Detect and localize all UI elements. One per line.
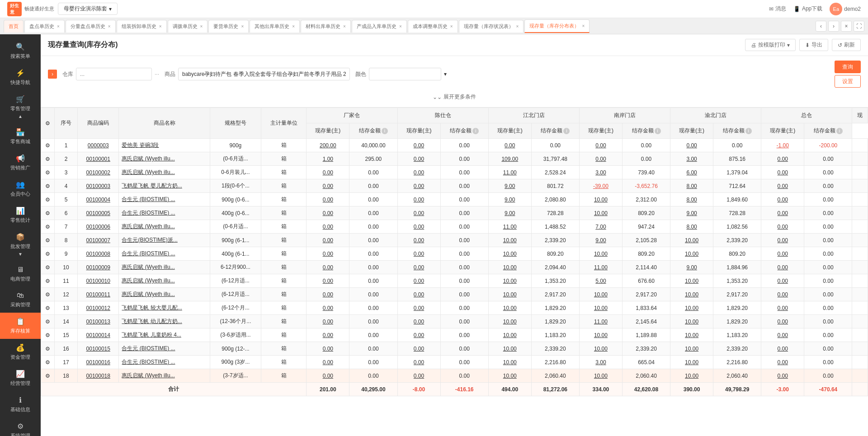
row-name[interactable]: 飞鹤星飞帆 较大婴儿配... [119, 301, 210, 315]
sidebar-item-quick-nav[interactable]: ⚡ 快捷导航 [0, 64, 41, 90]
tab-branch-inventory[interactable]: 分量盘点单历史 × [66, 20, 116, 33]
row-total-stock[interactable]: 0.00 [761, 152, 804, 166]
filter-toggle-btn[interactable]: › [48, 70, 57, 79]
row-jiangbei-stock[interactable]: 10.00 [488, 274, 531, 288]
product-input[interactable] [178, 68, 350, 80]
close-icon[interactable]: × [241, 24, 244, 29]
row-code[interactable]: 00100006 [77, 220, 118, 234]
row-code[interactable]: 00100003 [77, 179, 118, 193]
warehouse-select-btn[interactable]: ··· [155, 71, 159, 77]
sidebar-item-retail-stats[interactable]: 📊 零售统计 [0, 202, 41, 228]
row-yubeimen-stock[interactable]: 9.00 [670, 206, 713, 220]
row-total-stock[interactable]: 0.00 [761, 356, 804, 369]
row-name[interactable]: 合生元 (BIOSTIME) ... [119, 356, 210, 369]
row-factory-stock[interactable]: 0.00 [307, 315, 349, 328]
message-btn[interactable]: ✉ 消息 [769, 5, 786, 13]
row-nanan-stock[interactable]: 5.00 [579, 274, 622, 288]
row-code[interactable]: 00100005 [77, 206, 118, 220]
info-icon[interactable]: i [745, 128, 752, 134]
row-factory-stock[interactable]: 0.00 [307, 261, 349, 274]
row-factory-stock[interactable]: 0.00 [307, 369, 349, 383]
row-yubeimen-stock[interactable]: 3.00 [670, 152, 713, 166]
row-factory-stock[interactable]: 200.00 [307, 139, 349, 152]
row-jiangbei-stock[interactable]: 10.00 [488, 261, 531, 274]
row-factory-stock[interactable]: 0.00 [307, 247, 349, 261]
user-area[interactable]: Ea demo2 [830, 3, 861, 15]
row-nanan-stock[interactable]: 10.00 [579, 369, 622, 383]
row-jiangbei-stock[interactable]: 10.00 [488, 247, 531, 261]
row-settings[interactable]: ⚙ [41, 193, 55, 206]
close-icon[interactable]: × [292, 24, 295, 29]
expand-conditions-btn[interactable]: ⌄⌄ 展开更多条件 [429, 91, 480, 103]
row-chenshi-stock[interactable]: 0.00 [397, 328, 440, 342]
row-factory-stock[interactable]: 0.00 [307, 288, 349, 301]
row-jiangbei-stock[interactable]: 9.00 [488, 179, 531, 193]
row-name[interactable]: 飞鹤星飞帆 婴儿配方奶... [119, 179, 210, 193]
row-code[interactable]: 00100008 [77, 247, 118, 261]
row-nanan-stock[interactable]: 3.00 [579, 166, 622, 179]
row-factory-stock[interactable]: 0.00 [307, 274, 349, 288]
close-icon[interactable]: × [200, 24, 203, 29]
row-yubeimen-stock[interactable]: 6.00 [670, 166, 713, 179]
row-name[interactable]: 合生元 (BIOSTIME) ... [119, 342, 210, 356]
row-yubeimen-stock[interactable]: 10.00 [670, 274, 713, 288]
close-icon[interactable]: × [343, 24, 346, 29]
row-chenshi-stock[interactable]: 0.00 [397, 288, 440, 301]
row-code[interactable]: 00100018 [77, 369, 118, 383]
row-factory-stock[interactable]: 1.00 [307, 152, 349, 166]
row-name[interactable]: 惠氏启赋 (Wyeth illu... [119, 274, 210, 288]
row-nanan-stock[interactable]: 10.00 [579, 193, 622, 206]
row-name[interactable]: 合生元 (BIOSTIME) ... [119, 193, 210, 206]
row-code[interactable]: 00100014 [77, 328, 118, 342]
row-total-stock[interactable]: 0.00 [761, 206, 804, 220]
sidebar-item-purchase-mgmt[interactable]: 🛍 采购管理 [0, 287, 41, 313]
row-yubeimen-stock[interactable]: 10.00 [670, 328, 713, 342]
row-chenshi-stock[interactable]: 0.00 [397, 139, 440, 152]
info-icon[interactable]: i [836, 128, 843, 134]
row-nanan-stock[interactable]: 0.00 [579, 152, 622, 166]
row-nanan-stock[interactable]: 10.00 [579, 301, 622, 315]
row-name[interactable]: 惠氏启赋 (Wyeth illu... [119, 369, 210, 383]
row-settings[interactable]: ⚙ [41, 328, 55, 342]
row-factory-stock[interactable]: 0.00 [307, 166, 349, 179]
row-jiangbei-stock[interactable]: 10.00 [488, 328, 531, 342]
query-btn[interactable]: 查询 [835, 61, 861, 73]
row-yubeimen-stock[interactable]: 10.00 [670, 247, 713, 261]
row-jiangbei-stock[interactable]: 10.00 [488, 315, 531, 328]
info-icon[interactable]: i [472, 128, 479, 134]
row-chenshi-stock[interactable]: 0.00 [397, 315, 440, 328]
row-factory-stock[interactable]: 0.00 [307, 179, 349, 193]
row-code[interactable]: 00100013 [77, 315, 118, 328]
tab-stock-dist[interactable]: 现存量（库存分布表） × [524, 19, 590, 33]
row-total-stock[interactable]: 0.00 [761, 193, 804, 206]
row-chenshi-stock[interactable]: 0.00 [397, 179, 440, 193]
row-total-stock[interactable]: -1.00 [761, 139, 804, 152]
row-nanan-stock[interactable]: -39.00 [579, 179, 622, 193]
sidebar-item-finance-mgmt[interactable]: 💰 资金管理 [0, 339, 41, 365]
row-jiangbei-stock[interactable]: 10.00 [488, 369, 531, 383]
row-settings[interactable]: ⚙ [41, 274, 55, 288]
tab-close-all-btn[interactable]: × [841, 21, 852, 32]
row-total-stock[interactable]: 0.00 [761, 328, 804, 342]
sidebar-item-inventory-check[interactable]: 📋 库存核算 [0, 313, 41, 339]
close-icon[interactable]: × [450, 24, 453, 29]
row-code[interactable]: 00100015 [77, 342, 118, 356]
row-nanan-stock[interactable]: 0.00 [579, 139, 622, 152]
tab-requisition[interactable]: 要货单历史 × [208, 20, 249, 33]
setting-btn[interactable]: 设置 [835, 75, 861, 88]
row-factory-stock[interactable]: 0.00 [307, 220, 349, 234]
row-settings[interactable]: ⚙ [41, 342, 55, 356]
export-btn[interactable]: ⬇ 导出 [799, 39, 828, 51]
row-factory-stock[interactable]: 0.00 [307, 206, 349, 220]
row-nanan-stock[interactable]: 7.00 [579, 220, 622, 234]
tab-combo-disassemble[interactable]: 组装拆卸单历史 × [117, 20, 167, 33]
info-icon[interactable]: i [382, 128, 388, 134]
row-chenshi-stock[interactable]: 0.00 [397, 152, 440, 166]
row-chenshi-stock[interactable]: 0.00 [397, 369, 440, 383]
row-settings[interactable]: ⚙ [41, 234, 55, 247]
row-nanan-stock[interactable]: 10.00 [579, 288, 622, 301]
row-yubeimen-stock[interactable]: 10.00 [670, 301, 713, 315]
row-code[interactable]: 0000003 [77, 139, 118, 152]
row-factory-stock[interactable]: 0.00 [307, 301, 349, 315]
row-name[interactable]: 爱他美 瓷碗3段 [119, 139, 210, 152]
